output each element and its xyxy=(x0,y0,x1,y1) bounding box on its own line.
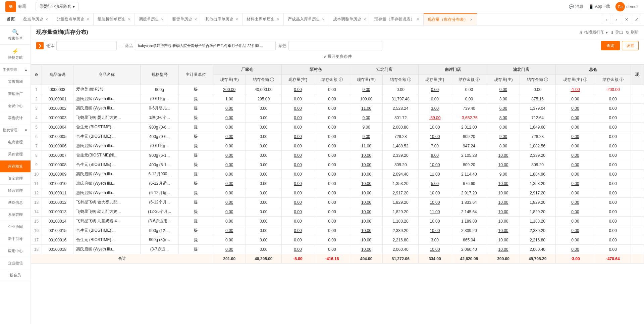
cell-total-stock[interactable]: 0.00 xyxy=(555,170,595,179)
cell-total-stock[interactable]: 0.00 xyxy=(555,226,595,235)
tab-expand-btn[interactable]: ⤢ xyxy=(632,15,641,24)
export-btn[interactable]: ⬇ 导出 xyxy=(610,30,623,35)
filter-toggle-btn[interactable]: ❯ xyxy=(36,42,44,49)
cell-changja-stock[interactable]: 0.00 xyxy=(213,104,246,113)
tab-next-btn[interactable]: › xyxy=(612,15,621,24)
color-input[interactable] xyxy=(288,41,382,50)
sidebar-item-inventory[interactable]: 库存核算 xyxy=(0,160,31,173)
cell-changja-stock[interactable]: 0.00 xyxy=(213,235,246,245)
cell-changja-stock[interactable]: 0.00 xyxy=(213,198,246,207)
cell-jiangbei-stock[interactable]: 10.00 xyxy=(350,235,383,245)
cell-jiangbei-stock[interactable]: 11.00 xyxy=(350,141,383,151)
cell-mocun-stock[interactable]: 0.00 xyxy=(281,151,314,160)
tab-inventory-history[interactable]: 盘点单历史 ✕ xyxy=(19,13,52,26)
cell-mocun-stock[interactable]: 0.00 xyxy=(281,198,314,207)
cell-total-stock[interactable]: 0.00 xyxy=(555,132,595,141)
cell-mocun-stock[interactable]: 0.00 xyxy=(281,104,314,113)
sidebar-item-retail[interactable]: 零售管理 ▲ xyxy=(0,64,31,76)
cell-yubei-stock[interactable]: 3.00 xyxy=(487,94,520,104)
close-icon[interactable]: ✕ xyxy=(277,17,279,21)
cell-mocun-stock[interactable]: 0.00 xyxy=(281,94,314,104)
app-download-btn[interactable]: 📱 App下载 xyxy=(589,4,610,9)
cell-jiangbei-stock[interactable]: 10.00 xyxy=(350,160,383,170)
cell-yubei-stock[interactable]: 10.00 xyxy=(487,151,520,160)
cell-yubei-stock[interactable]: 10.00 xyxy=(487,207,520,217)
close-icon[interactable]: ✕ xyxy=(235,17,238,21)
cell-yubei-stock[interactable]: 10.00 xyxy=(487,198,520,207)
cell-yubei-stock[interactable]: 10.00 xyxy=(487,245,520,254)
close-icon[interactable]: ✕ xyxy=(417,17,419,21)
tab-stock-dist[interactable]: 现存量（库存分布表） ✕ xyxy=(424,13,477,26)
cell-mocun-stock[interactable]: 0.00 xyxy=(281,217,314,226)
cell-yubei-stock[interactable]: 10.00 xyxy=(487,226,520,235)
sidebar-item-retail-mall[interactable]: 零售商城 xyxy=(0,76,31,88)
sidebar-item-ecommerce[interactable]: 电商管理 xyxy=(0,136,31,148)
cell-nanan-stock[interactable]: 10.00 xyxy=(419,132,451,141)
cell-nanan-stock[interactable]: 10.00 xyxy=(419,217,451,226)
cell-mocun-stock[interactable]: 0.00 xyxy=(281,123,314,132)
cell-jiangbei-stock[interactable]: 10.00 xyxy=(350,245,383,254)
close-icon[interactable]: ✕ xyxy=(161,17,164,21)
cell-changja-stock[interactable]: 0.00 xyxy=(213,113,246,123)
cell-changja-stock[interactable]: 200.00 xyxy=(213,85,246,94)
tab-finished[interactable]: 产成品入库单历史 ✕ xyxy=(284,13,329,26)
warehouse-input[interactable] xyxy=(56,41,117,50)
cell-yubei-stock[interactable]: 0.00 xyxy=(487,85,520,94)
sidebar-item-search[interactable]: 🔍 搜索英单 xyxy=(0,26,31,45)
cell-yubei-stock[interactable]: 10.00 xyxy=(487,179,520,188)
cell-changja-stock[interactable]: 0.00 xyxy=(213,151,246,160)
sidebar-item-guide[interactable]: 新手引导 xyxy=(0,233,31,245)
tab-prev-btn[interactable]: ‹ xyxy=(602,15,611,24)
cell-nanan-stock[interactable]: 3.00 xyxy=(419,104,451,113)
print-btn[interactable]: 🖨 按模板打印 ▾ xyxy=(579,30,608,35)
message-btn[interactable]: 💬 消息 xyxy=(569,4,583,9)
cell-yubei-stock[interactable]: 9.00 xyxy=(487,132,520,141)
tab-material[interactable]: 材料出库单历史 ✕ xyxy=(243,13,284,26)
close-icon[interactable]: ✕ xyxy=(128,17,130,21)
cell-nanan-stock[interactable]: 10.00 xyxy=(419,160,451,170)
cell-changja-stock[interactable]: 0.00 xyxy=(213,123,246,132)
cell-jiangbei-stock[interactable]: 10.00 xyxy=(350,198,383,207)
cell-total-stock[interactable]: 0.00 xyxy=(555,207,595,217)
sidebar-item-system[interactable]: 系统管理 xyxy=(0,209,31,221)
cell-nanan-stock[interactable]: 10.00 xyxy=(419,198,451,207)
cell-yubei-stock[interactable]: 8.00 xyxy=(487,141,520,151)
cell-nanan-stock[interactable]: -39.00 xyxy=(419,113,451,123)
tab-stock-status[interactable]: 现存量（库存状况表） ✕ xyxy=(370,13,424,26)
cell-nanan-stock[interactable]: 10.00 xyxy=(419,188,451,198)
cell-nanan-stock[interactable]: 0.00 xyxy=(419,85,451,94)
cell-jiangbei-stock[interactable]: 10.00 xyxy=(350,217,383,226)
sidebar-item-retail-stats[interactable]: 零售统计 xyxy=(0,112,31,124)
cell-changja-stock[interactable]: 0.00 xyxy=(213,188,246,198)
close-icon[interactable]: ✕ xyxy=(45,17,48,21)
close-icon[interactable]: ✕ xyxy=(87,17,89,21)
cell-total-stock[interactable]: 0.00 xyxy=(555,94,595,104)
sidebar-item-operations[interactable]: 经营管理 xyxy=(0,185,31,197)
cell-mocun-stock[interactable]: 0.00 xyxy=(281,85,314,94)
cell-yubei-stock[interactable]: 6.00 xyxy=(487,104,520,113)
cell-nanan-stock[interactable]: 10.00 xyxy=(419,123,451,132)
cell-total-stock[interactable]: 0.00 xyxy=(555,198,595,207)
cell-jiangbei-stock[interactable]: 0.00 xyxy=(350,85,383,94)
sidebar-item-enterprise[interactable]: 企业协同 xyxy=(0,221,31,233)
cell-changja-stock[interactable]: 0.00 xyxy=(213,132,246,141)
cell-yubei-stock[interactable]: 10.00 xyxy=(487,235,520,245)
cell-total-stock[interactable]: 0.00 xyxy=(555,104,595,113)
cell-nanan-stock[interactable]: 3.00 xyxy=(419,235,451,245)
cell-jiangbei-stock[interactable]: 10.00 xyxy=(350,179,383,188)
cell-yubei-stock[interactable]: 9.00 xyxy=(487,170,520,179)
cell-jiangbei-stock[interactable]: 109.00 xyxy=(350,94,383,104)
cell-mocun-stock[interactable]: 0.00 xyxy=(281,207,314,217)
tab-home[interactable]: 首页 xyxy=(3,13,19,26)
cell-mocun-stock[interactable]: 0.00 xyxy=(281,188,314,198)
sidebar-item-finance[interactable]: 资金管理 xyxy=(0,173,31,185)
tab-part-inventory[interactable]: 分量盘点单历史 ✕ xyxy=(52,13,94,26)
cell-mocun-stock[interactable]: 0.00 xyxy=(281,245,314,254)
cell-jiangbei-stock[interactable]: 9.00 xyxy=(350,123,383,132)
cell-mocun-stock[interactable]: 0.00 xyxy=(281,141,314,151)
ellipsis-icon[interactable]: ··· xyxy=(119,43,122,48)
cell-changja-stock[interactable]: 0.00 xyxy=(213,141,246,151)
cell-yubei-stock[interactable]: 8.00 xyxy=(487,113,520,123)
tab-outbound[interactable]: 其他出库单历史 ✕ xyxy=(201,13,243,26)
sidebar-item-purchase[interactable]: 采购管理 xyxy=(0,148,31,160)
